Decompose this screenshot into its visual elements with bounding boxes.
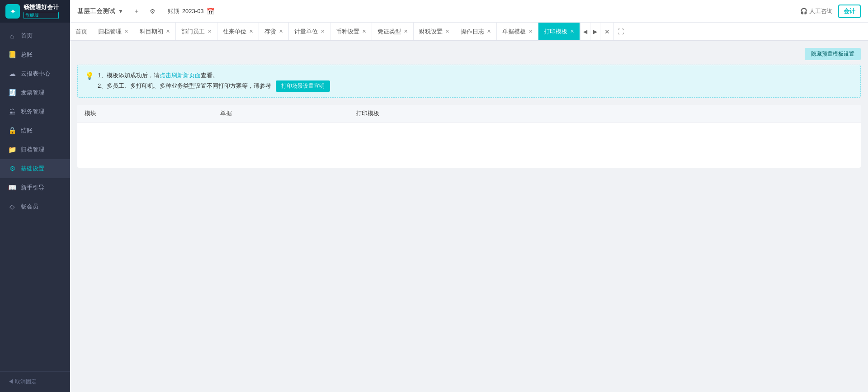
tab-nav-next[interactable]: ▶ — [590, 23, 600, 40]
col-template: 打印模板 — [349, 105, 861, 122]
tab-bar: 首页 归档管理 ✕ 科目期初 ✕ 部门员工 ✕ 往来单位 ✕ 存货 ✕ 计量单位… — [70, 23, 868, 41]
tab-department[interactable]: 部门员工 ✕ — [176, 23, 217, 40]
tab-close-operation-log[interactable]: ✕ — [487, 28, 491, 34]
tab-print-template[interactable]: 打印模板 ✕ — [538, 23, 580, 40]
tab-expand-button[interactable]: ⛶ — [613, 23, 627, 40]
period-info: 账期 2023-03 📅 — [168, 7, 214, 15]
tab-close-archive[interactable]: ✕ — [124, 28, 128, 34]
header-right: 🎧 人工咨询 会计 — [800, 5, 861, 18]
sidebar-item-settings[interactable]: ⚙ 基础设置 — [0, 159, 70, 178]
tab-close-all-button[interactable]: ✕ — [600, 23, 613, 40]
table-header: 模块 单据 打印模板 — [77, 105, 861, 123]
sidebar-item-label: 结账 — [21, 127, 33, 135]
info-line1-post: 查看。 — [201, 72, 218, 79]
tab-close-tax-settings[interactable]: ✕ — [445, 28, 449, 34]
add-button[interactable]: ＋ — [131, 5, 142, 17]
tab-operation-log[interactable]: 操作日志 ✕ — [455, 23, 497, 40]
tab-subjects[interactable]: 科目期初 ✕ — [134, 23, 176, 40]
sidebar-item-label: 畅会员 — [21, 203, 38, 211]
logo-text: 畅捷通好会计 旗舰版 — [24, 4, 59, 19]
tab-close-units[interactable]: ✕ — [321, 28, 325, 34]
ledger-icon: 📒 — [8, 51, 16, 59]
invoice-icon: 🧾 — [8, 89, 16, 97]
tab-units[interactable]: 计量单位 ✕ — [289, 23, 330, 40]
sidebar-item-label: 税务管理 — [21, 108, 44, 116]
top-header: 基层工会测试 ▼ ＋ ⚙ 账期 2023-03 📅 🎧 人工咨询 会计 — [70, 0, 868, 23]
sidebar-unpin-button[interactable]: ◀ 取消固定 — [0, 371, 70, 392]
info-line1-pre: 1、模板添加成功后，请 — [98, 72, 160, 79]
home-icon: ⌂ — [8, 32, 16, 40]
tab-inventory[interactable]: 存货 ✕ — [259, 23, 289, 40]
print-scene-button[interactable]: 打印场景设置宣明 — [276, 80, 330, 92]
member-icon: ◇ — [8, 203, 16, 211]
sidebar-item-invoice[interactable]: 🧾 发票管理 — [0, 83, 70, 102]
main-area: 基层工会测试 ▼ ＋ ⚙ 账期 2023-03 📅 🎧 人工咨询 会计 首页 归… — [70, 0, 868, 392]
sidebar-item-home[interactable]: ⌂ 首页 — [0, 26, 70, 45]
tab-nav-prev[interactable]: ◀ — [580, 23, 590, 40]
hide-template-button[interactable]: 隐藏预置模板设置 — [805, 48, 861, 60]
headset-icon: 🎧 — [800, 8, 807, 14]
sidebar-item-member[interactable]: ◇ 畅会员 — [0, 197, 70, 216]
tab-close-contacts[interactable]: ✕ — [249, 28, 253, 34]
customer-service-button[interactable]: 🎧 人工咨询 — [800, 7, 833, 15]
col-module: 模块 — [77, 105, 213, 122]
table-body — [77, 123, 861, 168]
sidebar-item-ledger[interactable]: 📒 总账 — [0, 45, 70, 64]
tab-close-department[interactable]: ✕ — [208, 28, 212, 34]
tab-close-document-template[interactable]: ✕ — [528, 28, 533, 34]
sidebar-item-label: 归档管理 — [21, 146, 44, 154]
logo-icon: ✦ — [5, 4, 20, 19]
sidebar-item-guide[interactable]: 📖 新手引导 — [0, 178, 70, 197]
refresh-link[interactable]: 点击刷新新页面 — [160, 72, 201, 79]
sidebar-item-label: 首页 — [21, 32, 33, 40]
tab-close-currency[interactable]: ✕ — [362, 28, 366, 34]
tax-icon: 🏛 — [8, 108, 16, 116]
period-label: 账期 — [168, 7, 179, 15]
chevron-down-icon: ▼ — [118, 8, 123, 14]
tab-close-voucher-type[interactable]: ✕ — [404, 28, 408, 34]
sidebar-item-label: 新手引导 — [21, 184, 44, 192]
tab-currency[interactable]: 币种设置 ✕ — [330, 23, 372, 40]
app-name: 畅捷通好会计 — [24, 4, 59, 11]
col-document: 单据 — [213, 105, 349, 122]
info-box: 💡 1、模板添加成功后，请点击刷新新页面查看。 2、多员工、多打印机、多种业务类… — [77, 65, 861, 98]
guide-icon: 📖 — [8, 184, 16, 192]
sidebar: ✦ 畅捷通好会计 旗舰版 ⌂ 首页 📒 总账 ☁ 云报表中心 🧾 发票管理 🏛 … — [0, 0, 70, 392]
sidebar-nav: ⌂ 首页 📒 总账 ☁ 云报表中心 🧾 发票管理 🏛 税务管理 🔒 结账 📁 归… — [0, 23, 70, 371]
print-template-table: 模块 单据 打印模板 — [77, 105, 861, 168]
info-line2-pre: 2、多员工、多打印机、多种业务类型设置不同打印方案等，请参考 — [98, 82, 271, 89]
tab-close-subjects[interactable]: ✕ — [166, 28, 170, 34]
tab-close-inventory[interactable]: ✕ — [279, 28, 283, 34]
close-icon: 🔒 — [8, 127, 16, 135]
tab-archive[interactable]: 归档管理 ✕ — [93, 23, 134, 40]
tab-voucher-type[interactable]: 凭证类型 ✕ — [372, 23, 414, 40]
kuaiji-button[interactable]: 会计 — [838, 5, 861, 18]
company-name: 基层工会测试 — [77, 7, 115, 15]
sidebar-item-label: 基础设置 — [21, 165, 44, 173]
sidebar-item-label: 云报表中心 — [21, 70, 50, 78]
bulb-icon: 💡 — [85, 71, 94, 80]
sidebar-item-archive[interactable]: 📁 归档管理 — [0, 140, 70, 159]
company-selector[interactable]: 基层工会测试 ▼ — [77, 7, 123, 15]
tab-home[interactable]: 首页 — [70, 23, 93, 40]
app-tag: 旗舰版 — [24, 12, 59, 19]
sidebar-item-reports[interactable]: ☁ 云报表中心 — [0, 64, 70, 83]
sidebar-item-tax[interactable]: 🏛 税务管理 — [0, 102, 70, 121]
sidebar-item-label: 发票管理 — [21, 89, 44, 97]
info-line-1: 1、模板添加成功后，请点击刷新新页面查看。 — [98, 71, 330, 80]
tab-tax-settings[interactable]: 财税设置 ✕ — [414, 23, 455, 40]
tab-close-print-template[interactable]: ✕ — [570, 28, 574, 34]
period-value: 2023-03 — [182, 8, 204, 14]
info-line-2: 2、多员工、多打印机、多种业务类型设置不同打印方案等，请参考 打印场景设置宣明 — [98, 80, 330, 92]
tab-document-template[interactable]: 单据模板 ✕ — [497, 23, 538, 40]
settings-gear-icon[interactable]: ⚙ — [147, 5, 159, 17]
content-area: 隐藏预置模板设置 💡 1、模板添加成功后，请点击刷新新页面查看。 2、多员工、多… — [70, 41, 868, 392]
hide-template-bar: 隐藏预置模板设置 — [77, 48, 861, 60]
service-label: 人工咨询 — [809, 7, 833, 15]
calendar-icon[interactable]: 📅 — [207, 8, 214, 15]
reports-icon: ☁ — [8, 70, 16, 78]
tab-contacts[interactable]: 往来单位 ✕ — [217, 23, 259, 40]
info-text-block: 1、模板添加成功后，请点击刷新新页面查看。 2、多员工、多打印机、多种业务类型设… — [98, 71, 330, 92]
sidebar-item-close[interactable]: 🔒 结账 — [0, 121, 70, 140]
settings-icon: ⚙ — [8, 165, 16, 173]
